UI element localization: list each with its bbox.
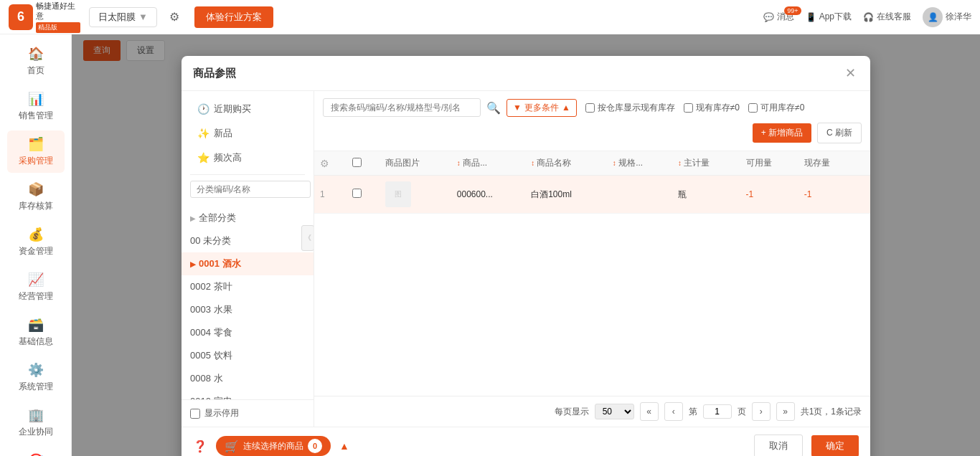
category-0004[interactable]: 0004 零食	[182, 321, 314, 344]
experience-button[interactable]: 体验行业方案	[194, 6, 273, 28]
filter-more-label: 更多条件	[524, 102, 559, 114]
current-stock-checkbox[interactable]	[684, 103, 693, 113]
row-img: 图	[380, 176, 451, 214]
sidebar-item-corp[interactable]: 🏢 企业协同	[7, 402, 65, 444]
operations-icon: 📈	[28, 272, 44, 288]
row-select-checkbox[interactable]	[352, 189, 362, 198]
page-unit: 页	[738, 406, 746, 418]
table-row[interactable]: 1 图 000600... 白酒100ml 瓶	[314, 176, 870, 214]
category-search-input[interactable]	[190, 181, 311, 198]
refresh-button[interactable]: C 刷新	[817, 123, 862, 143]
prev-page-button[interactable]: ‹	[664, 402, 683, 421]
help-icon[interactable]: ❓	[193, 440, 207, 453]
category-label: 0005 饮料	[190, 349, 232, 362]
product-search-icon[interactable]: 🔍	[486, 101, 501, 115]
add-product-button[interactable]: + 新增商品	[753, 123, 811, 143]
col-spec[interactable]: ↕ 规格...	[607, 151, 672, 176]
purchase-icon: 🗂️	[28, 136, 44, 152]
message-badge: 99+	[784, 6, 801, 15]
sidebar-item-home[interactable]: 🏠 首页	[7, 40, 65, 82]
sidebar-item-operations[interactable]: 📈 经营管理	[7, 266, 65, 308]
page-number-input[interactable]	[703, 404, 732, 419]
dialog-body: 🕐 近期购买 ✨ 新品 ⭐ 频次高	[182, 91, 870, 427]
filter-checkboxes: 按仓库显示现有库存 现有库存≠0 可用库存≠0	[585, 102, 805, 114]
col-settings[interactable]: ⚙	[314, 151, 347, 176]
message-nav-item[interactable]: 💬 消息 99+	[763, 11, 794, 23]
sidebar-item-purchase[interactable]: 🗂️ 采购管理	[7, 130, 65, 173]
category-label: 0003 水果	[190, 303, 232, 316]
dialog-overlay: 商品参照 ✕ 🕐 近期购买	[72, 34, 980, 456]
current-stock-label: 现有库存≠0	[696, 102, 740, 114]
collapse-panel-button[interactable]: 《	[301, 225, 314, 251]
app-download-nav-item[interactable]: 📱 App下载	[806, 11, 852, 23]
close-button[interactable]: ✕	[842, 65, 859, 82]
nav-selector[interactable]: 日太阳膜 ▼	[89, 7, 157, 27]
home-icon: 🏠	[28, 46, 44, 62]
available-stock-checkbox[interactable]	[748, 103, 758, 113]
sidebar-item-system[interactable]: ⚙️ 系统管理	[7, 356, 65, 399]
category-label: 0008 水	[190, 372, 223, 385]
sidebar-item-base[interactable]: 🗃️ 基础信息	[7, 311, 65, 353]
user-nav-item[interactable]: 👤 徐泽华	[923, 7, 971, 27]
next-page-button[interactable]: ›	[752, 402, 771, 421]
show-disabled-checkbox[interactable]	[190, 409, 200, 419]
sidebar-item-guide[interactable]: 🎯 新手引导	[7, 447, 65, 456]
frequent-btn[interactable]: ⭐ 频次高	[190, 147, 305, 168]
top-nav: 6 畅捷通好生意 精品版 日太阳膜 ▼ ⚙ 体验行业方案 💬 消息 99+ 📱 …	[0, 0, 980, 34]
col-unit[interactable]: ↕ 主计量	[672, 151, 740, 176]
content-area: 查询 设置 商品参照 ✕	[72, 34, 980, 456]
row-checkbox[interactable]	[347, 176, 379, 214]
last-page-button[interactable]: »	[776, 402, 795, 421]
sidebar-item-label: 库存核算	[19, 200, 53, 212]
current-stock-filter[interactable]: 现有库存≠0	[684, 102, 740, 114]
page-label: 第	[689, 406, 697, 418]
new-product-btn[interactable]: ✨ 新品	[190, 123, 305, 144]
clock-icon: 🕐	[197, 103, 209, 115]
col-name[interactable]: ↕ 商品名称	[525, 151, 607, 176]
row-available: -1	[740, 176, 798, 214]
sidebar-item-label: 经营管理	[19, 290, 53, 303]
app-download-label: App下载	[819, 11, 852, 23]
warehouse-stock-checkbox[interactable]	[585, 103, 595, 113]
warehouse-stock-filter[interactable]: 按仓库显示现有库存	[585, 102, 675, 114]
category-0003[interactable]: 0003 水果	[182, 298, 314, 321]
col-available: 可用量	[740, 151, 798, 176]
category-label: 0002 茶叶	[190, 280, 232, 293]
col-stock: 现存量	[798, 151, 870, 176]
logo-area: 6 畅捷通好生意 精品版	[9, 1, 80, 34]
cancel-button[interactable]: 取消	[754, 434, 803, 456]
available-stock-filter[interactable]: 可用库存≠0	[748, 102, 804, 114]
col-checkbox[interactable]	[347, 151, 379, 176]
category-uncategorized[interactable]: 00 未分类	[182, 229, 314, 252]
category-0008[interactable]: 0008 水	[182, 367, 314, 390]
recent-purchase-btn[interactable]: 🕐 近期购买	[190, 98, 305, 120]
cart-button[interactable]: 🛒 连续选择的商品 0	[216, 436, 331, 456]
collapse-icon[interactable]: ▲	[339, 440, 349, 452]
settings-icon[interactable]: ⚙	[163, 6, 186, 29]
confirm-button[interactable]: 确定	[811, 435, 859, 456]
online-service-nav-item[interactable]: 🎧 在线客服	[863, 11, 911, 23]
cart-label: 连续选择的商品	[243, 440, 303, 452]
category-all[interactable]: ▶ 全部分类	[182, 206, 314, 229]
corp-icon: 🏢	[28, 407, 44, 423]
category-0010[interactable]: 0010 家电	[182, 390, 314, 399]
category-0002[interactable]: 0002 茶叶	[182, 275, 314, 298]
dialog-footer: ❓ 🛒 连续选择的商品 0 ▲ 取消 确定	[182, 427, 870, 456]
row-unit: 瓶	[672, 176, 740, 214]
category-0001[interactable]: ▶ 0001 酒水	[182, 252, 314, 275]
first-page-button[interactable]: «	[640, 402, 659, 421]
dialog-title: 商品参照	[193, 67, 236, 80]
col-code[interactable]: ↕ 商品...	[451, 151, 525, 176]
select-all-checkbox[interactable]	[352, 158, 362, 167]
sidebar-item-finance[interactable]: 💰 资金管理	[7, 221, 65, 263]
product-search-input[interactable]	[323, 98, 481, 117]
per-page-select[interactable]: 50 100 200	[595, 404, 634, 419]
sidebar-item-sales[interactable]: 📊 销售管理	[7, 85, 65, 128]
category-0005[interactable]: 0005 饮料	[182, 344, 314, 367]
category-search-icon[interactable]: 🔍	[314, 184, 314, 195]
filter-more-button[interactable]: ▼ 更多条件 ▲	[507, 99, 577, 117]
sidebar-item-label: 首页	[27, 65, 44, 77]
sidebar-item-inventory[interactable]: 📦 库存核算	[7, 176, 65, 218]
row-name: 白酒100ml	[525, 176, 607, 214]
cart-count-badge: 0	[308, 439, 322, 453]
